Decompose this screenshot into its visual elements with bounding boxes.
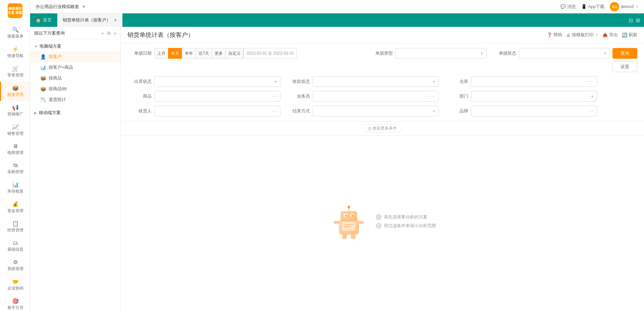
scheme-by-customer[interactable]: 👤 按客户 — [30, 51, 120, 62]
by-customer-label: 按客户 — [49, 54, 62, 60]
scheme-section-mobile: ▶ 移动端方案 — [30, 106, 120, 119]
inventory-icon: 📊 — [12, 182, 19, 188]
search-nav-icon: 🔍 — [12, 27, 19, 33]
department-select[interactable]: ▼ — [471, 91, 597, 102]
svg-rect-12 — [342, 222, 356, 230]
sidebar-item-operations[interactable]: 📋 经营管理 — [0, 217, 30, 237]
help-button[interactable]: ❓ 帮助 — [547, 32, 562, 38]
svg-rect-10 — [342, 234, 347, 239]
export-button[interactable]: 📤 导出 — [602, 32, 618, 38]
date-this-month-btn[interactable]: 本月 — [168, 48, 182, 59]
tab-close-button[interactable]: × — [114, 17, 117, 23]
date-custom-btn[interactable]: 自定义 — [225, 48, 244, 59]
tip-number-2: 2 — [376, 223, 382, 229]
sidebar-item-wholesale[interactable]: 📦 批发管理 — [0, 82, 30, 101]
sidebar-item-enterprise-label: 企业协同 — [7, 286, 23, 291]
sidebar-item-sales[interactable]: 📈 销售管理 — [0, 120, 30, 140]
return-stats-icon: 📉 — [40, 97, 46, 102]
scheme-by-product[interactable]: 📦 按商品 — [30, 73, 120, 84]
header-right: 💬 消息 📱 App下载 Ea demo2 ▼ — [560, 2, 639, 11]
scheme-by-product99[interactable]: 📦 按商品99 — [30, 84, 120, 94]
sales-icon: 📈 — [12, 124, 19, 130]
sidebar-item-retail[interactable]: 🛒 零售管理 — [0, 62, 30, 82]
by-customer-icon: 👤 — [40, 54, 46, 59]
sidebar-item-newbie[interactable]: 🎯 新手引导 — [0, 295, 30, 310]
finance-icon: 💰 — [12, 201, 19, 207]
sidebar-item-basic-label: 基础信息 — [7, 247, 23, 252]
receive-status-label: 收款状态 — [286, 79, 313, 85]
scheme-by-customer-product[interactable]: 📊 按客户+商品 — [30, 62, 120, 73]
tab-home[interactable]: 🏠 首页 — [30, 13, 57, 27]
collapse-bar: ⋀ 收起更多条件 — [121, 121, 644, 136]
scheme-settings-button[interactable]: ⚙ — [107, 31, 111, 36]
sidebar-item-search[interactable]: 🔍 搜索菜单 — [0, 23, 30, 43]
app-download-button[interactable]: 📱 App下载 — [581, 4, 604, 10]
order-status-select[interactable]: ▼ — [519, 48, 610, 59]
sidebar-item-quicknav-label: 快捷导航 — [7, 53, 23, 59]
order-status-dropdown-icon: ▼ — [603, 52, 607, 55]
panel-collapse-button[interactable]: « — [114, 31, 116, 36]
purchase-icon: 🛍 — [13, 162, 18, 168]
date-last-month-btn[interactable]: 上月 — [154, 48, 168, 59]
quicknav-icon: ⚡ — [12, 46, 19, 52]
sidebar-item-basic[interactable]: 🗂 基础信息 — [0, 237, 30, 256]
user-menu-button[interactable]: Ea demo2 ▼ — [610, 2, 639, 11]
receive-status-select[interactable]: ▼ — [313, 76, 439, 87]
date-this-year-btn[interactable]: 本年 — [182, 48, 196, 59]
order-type-select[interactable]: ▼ — [395, 48, 487, 59]
desktop-scheme-group[interactable]: ▼ 电脑端方案 — [30, 41, 120, 51]
sidebar-item-finance[interactable]: 💰 资金管理 — [0, 198, 30, 217]
payment-method-select[interactable]: ▼ — [313, 106, 439, 116]
template-print-button[interactable]: 🖨 按模板打印 ▼ — [566, 32, 598, 38]
tab-maximize-button[interactable]: ⊞ — [636, 17, 640, 23]
svg-rect-9 — [358, 221, 364, 224]
tab-sales-stats[interactable]: 销货单统计表（按客户） × — [57, 13, 122, 27]
date-last7days-btn[interactable]: 近7天 — [196, 48, 212, 59]
sidebar-item-marketing-label: 营销推广 — [7, 111, 23, 117]
add-scheme-button[interactable]: + — [101, 31, 104, 36]
date-range-input[interactable]: 2023-03-01 至 2023-03-31 — [244, 48, 297, 59]
main-wrapper: 办公用品行业模拟账套 ▼ 💬 消息 📱 App下载 Ea demo2 ▼ 🏠 首… — [30, 0, 644, 310]
header-left: 办公用品行业模拟账套 ▼ — [36, 4, 86, 10]
sidebar-item-ecommerce[interactable]: 🖥 电商管理 — [0, 140, 30, 159]
order-status-label: 单据状态 — [492, 50, 519, 56]
brand-input[interactable]: ··· — [471, 106, 597, 116]
receiver-input[interactable]: ··· — [154, 106, 280, 116]
scheme-section-desktop: ▼ 电脑端方案 👤 按客户 📊 按客户+商品 📦 按商品 📦 按商品 — [30, 40, 120, 106]
print-icon: 🖨 — [566, 33, 571, 38]
left-panel-header: 按以下方案查询 + ⚙ « — [30, 27, 120, 40]
logo-area: 畅捷通好生意 标版 — [0, 0, 30, 22]
date-more-btn[interactable]: 更多 — [212, 48, 225, 59]
mobile-scheme-group[interactable]: ▶ 移动端方案 — [30, 108, 120, 118]
return-stats-label: 退货统计 — [49, 97, 66, 103]
collapse-conditions-button[interactable]: ⋀ 收起更多条件 — [364, 124, 401, 133]
settings-button[interactable]: 设置 — [612, 61, 637, 72]
tab-window-buttons: ⊟ ⊞ — [625, 17, 644, 23]
sidebar-item-inventory[interactable]: 📊 库存核算 — [0, 178, 30, 198]
order-type-dropdown-icon: ▼ — [480, 52, 484, 55]
sidebar-item-marketing[interactable]: 📢 营销推广 — [0, 101, 30, 120]
sidebar-item-retail-label: 零售管理 — [7, 72, 23, 78]
sidebar-item-quicknav[interactable]: ⚡ 快捷导航 — [0, 43, 30, 62]
receiver-label: 收货人 — [127, 108, 154, 114]
header-dropdown-icon[interactable]: ▼ — [82, 4, 86, 9]
help-icon: ❓ — [547, 33, 552, 38]
scheme-return-stats[interactable]: 📉 退货统计 — [30, 94, 120, 105]
tab-minimize-button[interactable]: ⊟ — [629, 17, 633, 23]
message-button[interactable]: 💬 消息 — [560, 4, 576, 10]
warehouse-more-icon: ··· — [589, 79, 594, 85]
page-title: 销货单统计表（按客户） — [127, 31, 194, 39]
out-status-select[interactable]: ▼ — [154, 76, 280, 87]
product-input[interactable]: ··· — [154, 91, 280, 102]
query-button[interactable]: 查询 — [612, 48, 637, 59]
by-product99-label: 按商品99 — [49, 86, 66, 92]
by-product99-icon: 📦 — [40, 86, 46, 92]
refresh-button[interactable]: 🔄 刷新 — [622, 32, 637, 38]
sidebar-item-purchase[interactable]: 🛍 采购管理 — [0, 159, 30, 178]
desktop-group-label: 电脑端方案 — [40, 43, 61, 49]
sidebar-item-system[interactable]: ⚙ 系统管理 — [0, 256, 30, 275]
salesperson-input[interactable]: ··· — [313, 91, 439, 102]
warehouse-input[interactable]: ··· — [471, 76, 597, 87]
sidebar-item-enterprise[interactable]: 🤝 企业协同 — [0, 275, 30, 295]
product-more-icon: ··· — [272, 93, 277, 99]
